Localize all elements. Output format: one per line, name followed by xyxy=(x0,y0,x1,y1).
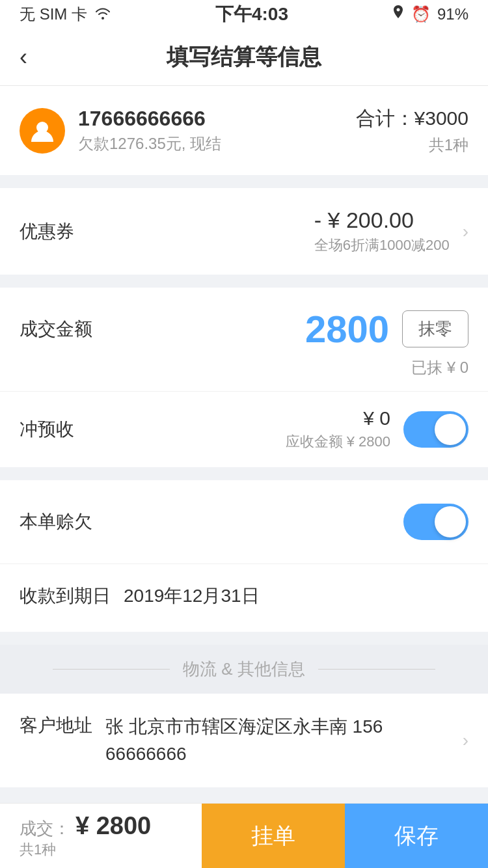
total-amount: 合计：¥3000 xyxy=(356,105,468,132)
status-bar: 无 SIM 卡 下午4:03 ⏰ 91% xyxy=(0,0,488,29)
prepay-label: 冲预收 xyxy=(20,417,74,442)
status-left: 无 SIM 卡 xyxy=(20,4,112,25)
coupon-arrow-icon: › xyxy=(463,221,468,242)
avatar xyxy=(20,108,65,154)
header: ‹ 填写结算等信息 xyxy=(0,29,488,86)
bottom-count: 共1种 xyxy=(20,840,182,860)
address-row[interactable]: 客户地址 张 北京市市辖区海淀区永丰南 156 66666666 › xyxy=(0,694,488,787)
location-icon xyxy=(392,5,405,23)
transaction-value: 2800 xyxy=(305,307,389,351)
customer-phone: 17666666666 xyxy=(78,107,221,131)
prepay-sub: 应收金额 ¥ 2800 xyxy=(286,432,390,452)
address-label: 客户地址 xyxy=(20,713,92,738)
due-date-value: 2019年12月31日 xyxy=(124,584,260,608)
coupon-desc: 全场6折满1000减200 xyxy=(314,236,450,255)
total-count: 共1种 xyxy=(356,135,468,156)
credit-section: 本单赊欠 收款到期日 2019年12月31日 xyxy=(0,480,488,632)
address-value: 张 北京市市辖区海淀区永丰南 156 66666666 xyxy=(105,713,456,768)
prepay-row: 冲预收 ¥ 0 应收金额 ¥ 2800 xyxy=(0,391,488,467)
page-title: 填写结算等信息 xyxy=(167,42,321,72)
transaction-label: 成交金额 xyxy=(20,317,92,342)
credit-toggle-knob xyxy=(435,506,466,537)
credit-toggle[interactable] xyxy=(403,504,468,540)
save-button[interactable]: 保存 xyxy=(345,804,488,869)
battery-text: 91% xyxy=(437,5,468,23)
divider-text: 物流 & 其他信息 xyxy=(183,658,305,681)
logistics-divider: 物流 & 其他信息 xyxy=(0,645,488,694)
coupon-amount: - ¥ 200.00 xyxy=(314,208,450,233)
due-date-row: 收款到期日 2019年12月31日 xyxy=(0,563,488,632)
bottom-bar: 成交： ¥ 2800 共1种 挂单 保存 xyxy=(0,803,488,868)
prepay-toggle[interactable] xyxy=(403,411,468,448)
hold-button[interactable]: 挂单 xyxy=(202,804,345,869)
customer-section: 17666666666 欠款1276.35元, 现结 合计：¥3000 共1种 xyxy=(0,86,488,175)
divider-line-right xyxy=(318,669,435,670)
status-time: 下午4:03 xyxy=(215,2,288,27)
credit-label: 本单赊欠 xyxy=(20,509,92,534)
customer-debt: 欠款1276.35元, 现结 xyxy=(78,133,221,154)
transaction-sub: 已抹 ¥ 0 xyxy=(0,357,488,391)
due-date-label: 收款到期日 xyxy=(20,584,111,608)
bottom-amount: ¥ 2800 xyxy=(75,812,151,840)
bottom-deal-label: 成交： xyxy=(20,817,70,840)
divider-line-left xyxy=(53,669,170,670)
round-button[interactable]: 抹零 xyxy=(402,310,468,347)
coupon-label: 优惠券 xyxy=(20,219,74,244)
coupon-section[interactable]: 优惠券 - ¥ 200.00 全场6折满1000减200 › xyxy=(0,188,488,275)
prepay-amount: ¥ 0 xyxy=(286,407,390,429)
address-section: 客户地址 张 北京市市辖区海淀区永丰南 156 66666666 › xyxy=(0,694,488,787)
wifi-icon xyxy=(94,5,112,23)
transaction-section: 成交金额 2800 抹零 已抹 ¥ 0 冲预收 ¥ 0 应收金额 ¥ 2800 xyxy=(0,288,488,467)
status-right: ⏰ 91% xyxy=(392,5,468,23)
back-button[interactable]: ‹ xyxy=(20,44,27,71)
toggle-knob xyxy=(435,414,466,445)
credit-row: 本单赊欠 xyxy=(0,480,488,563)
sim-status: 无 SIM 卡 xyxy=(20,4,87,25)
address-arrow-icon: › xyxy=(463,730,468,751)
bottom-info: 成交： ¥ 2800 共1种 xyxy=(0,812,202,860)
alarm-icon: ⏰ xyxy=(411,5,431,23)
